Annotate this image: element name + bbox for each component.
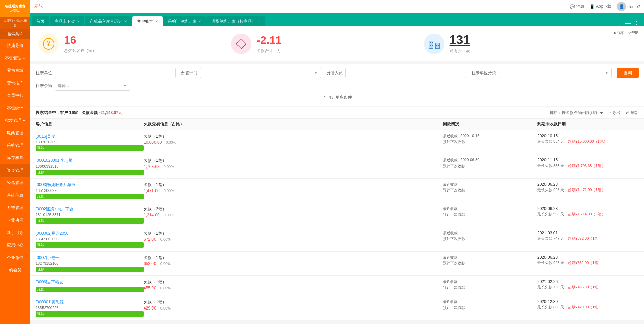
sidebar-item-retail-stats[interactable]: 零售统计 bbox=[0, 102, 30, 114]
overdue-amount-0[interactable]: 超期¥10,000.00（1笔） bbox=[568, 139, 607, 143]
overdue-cell-5: 2020.06.23 最长欠款 998 天 超期¥652.00（1笔） bbox=[537, 255, 639, 272]
overdue-amount-3[interactable]: 超期¥1,214.00（3笔） bbox=[568, 212, 605, 216]
export-icon: ↑ bbox=[609, 111, 611, 115]
customer-name-4[interactable]: [000002]用户2050 bbox=[36, 231, 144, 236]
overdue-amount-7[interactable]: 超期¥429.00（1笔） bbox=[568, 305, 602, 309]
sidebar-item-marketing[interactable]: 营销推广 bbox=[0, 77, 30, 89]
stat-number-debt-total: -2.11 bbox=[257, 34, 285, 47]
sidebar-item-app-center[interactable]: 应用中心 bbox=[0, 239, 30, 252]
overdue-days-1: 最长欠款 853 天 超期¥1,703.68（1笔） bbox=[537, 163, 639, 168]
tabs-expand-button[interactable]: ⛶ bbox=[635, 20, 643, 26]
sidebar-item-retail-mall[interactable]: 零售商城 bbox=[0, 64, 30, 77]
customer-tag-0: 现款 bbox=[36, 145, 144, 151]
export-button[interactable]: ↑ 导出 bbox=[609, 110, 620, 116]
overdue-amount-2[interactable]: 超期¥1,471.00（1笔） bbox=[568, 188, 605, 192]
customer-phone-4: 18665062050 bbox=[36, 237, 144, 241]
tab-purchase-stats-close[interactable]: ✕ bbox=[198, 20, 201, 23]
collapse-button[interactable]: ⌃ 收起更多条件 bbox=[36, 93, 639, 102]
retail-mgmt-label: 零售管理 bbox=[5, 55, 21, 61]
sidebar-item-quick-nav[interactable]: 快捷导航 bbox=[0, 39, 30, 52]
overdue-amount-1[interactable]: 超期¥1,703.68（1笔） bbox=[568, 164, 605, 168]
table-row: [0002]服务中心_丁磊 181 0125 8371 现款 欠款（3笔） 1,… bbox=[30, 203, 644, 227]
manager-input[interactable]: ··· bbox=[345, 68, 467, 78]
from-unit-input[interactable]: ··· bbox=[55, 68, 176, 78]
customer-name-0[interactable]: [0016]吴俊 bbox=[36, 134, 144, 139]
customer-cell-0: [0016]吴俊 13026203696 现款 bbox=[36, 134, 144, 151]
app-download-button[interactable]: 📱 App下载 bbox=[590, 4, 611, 9]
tab-inbound-stats-close[interactable]: ✕ bbox=[258, 20, 260, 23]
overdue-date-3: 2020.06.23 bbox=[537, 206, 639, 211]
sidebar-item-collab[interactable]: 企业协同 bbox=[0, 214, 30, 227]
debt-amount-0: 10,000.00 bbox=[144, 140, 162, 145]
tab-customer-ledger-close[interactable]: ✕ bbox=[155, 20, 158, 23]
sidebar-item-purchase[interactable]: 采购管理 bbox=[0, 139, 30, 152]
query-button[interactable]: 查询 bbox=[617, 68, 639, 78]
sidebar-item-member[interactable]: 会员中心 bbox=[0, 89, 30, 102]
debt-cell-3: 欠款（3笔） 1,214.00 0.00% bbox=[144, 206, 443, 224]
help-link[interactable]: ? 帮助 bbox=[628, 30, 639, 35]
customer-name-5[interactable]: [0007]小进干 bbox=[36, 255, 144, 261]
sidebar-item-newbie[interactable]: 新手引导 bbox=[0, 227, 30, 239]
customer-name-6[interactable]: [0006]去下粮仓 bbox=[36, 279, 144, 285]
debt-cell-7: 欠款（1笔） 429.00 0.00% bbox=[144, 299, 443, 317]
tab-customer-ledger[interactable]: 客户账本 ✕ bbox=[132, 16, 163, 26]
customer-name-1[interactable]: [0001020001]李老师 bbox=[36, 158, 144, 164]
sidebar-item-finance[interactable]: 资金管理 bbox=[0, 164, 30, 177]
customer-cell-4: [000002]用户2050 18665062050 现款 bbox=[36, 231, 144, 248]
sidebar-item-member2[interactable]: 畅会员 bbox=[0, 264, 30, 276]
customer-name-3[interactable]: [0002]服务中心_丁磊 bbox=[36, 206, 144, 212]
customer-name-2[interactable]: [0003]畅捷服务尹海燕 bbox=[36, 182, 144, 188]
tab-product-listing[interactable]: 商品上下架 ✕ bbox=[50, 16, 84, 26]
tab-product-listing-close[interactable]: ✕ bbox=[77, 20, 80, 23]
unit-category-select[interactable]: ▼ bbox=[499, 68, 612, 78]
sidebar-item-wholesale[interactable]: 批发管理 ▼ bbox=[0, 114, 30, 127]
next-collect-label-5: 预计下次收款 bbox=[443, 261, 465, 266]
video-link[interactable]: ▶ 视频 bbox=[614, 30, 624, 35]
refresh-button[interactable]: ↺ 刷新 bbox=[626, 110, 639, 116]
overdue-amount-4[interactable]: 超期¥672.00（1笔） bbox=[568, 236, 602, 240]
debt-ratio-6: 0.00% bbox=[160, 286, 171, 290]
stat-label-debt-total: 欠款合计（万） bbox=[257, 48, 285, 54]
table-row: [0001020001]李老师 18600391516 现款 欠款（1笔） 1,… bbox=[30, 154, 644, 179]
sort-button[interactable]: 排序：按欠款金额倒序排序 ▼ bbox=[550, 110, 604, 116]
balance-select[interactable]: 选择... ▼ bbox=[55, 81, 130, 91]
sidebar-item-search[interactable]: 搜索菜单 bbox=[0, 29, 30, 39]
filter-manager-label: 分管人员 bbox=[327, 70, 343, 76]
tab-home[interactable]: 首页 bbox=[32, 16, 49, 26]
sidebar-item-system[interactable]: 系统管理 bbox=[0, 202, 30, 214]
customer-phone-3: 181 0125 8371 bbox=[36, 213, 144, 217]
refresh-icon: ↺ bbox=[626, 111, 629, 115]
tab-product-inbound[interactable]: 产成品入库单历史 ✕ bbox=[85, 16, 132, 26]
sidebar-item-basic-info[interactable]: 基础信息 bbox=[0, 189, 30, 202]
filter-dept-label: 分管部门 bbox=[181, 70, 197, 76]
last-collect-label-1: 最近收款 bbox=[443, 158, 458, 163]
table-row: [0003]畅捷服务尹海燕 18513066976 现款 欠款（1笔） 1,47… bbox=[30, 179, 644, 203]
filter-from-unit: 往来单位 ··· bbox=[36, 68, 176, 78]
overdue-amount-6[interactable]: 超期¥455.90（1笔） bbox=[568, 285, 602, 289]
user-menu[interactable]: 👤 demo2 bbox=[617, 2, 640, 11]
debt-cell-4: 欠款（1笔） 672.00 0.00% bbox=[144, 231, 443, 248]
next-collect-label-0: 预计下次收款 bbox=[443, 139, 465, 144]
dept-select[interactable]: ▼ bbox=[200, 68, 321, 78]
tab-purchase-stats[interactable]: 采购订单统计表 ✕ bbox=[163, 16, 206, 26]
app-download-label: App下载 bbox=[596, 4, 611, 9]
sidebar-item-inventory[interactable]: 库存核算 bbox=[0, 152, 30, 164]
sidebar-item-retail-mgmt[interactable]: 零售管理 ▲ bbox=[0, 52, 30, 64]
overdue-cell-1: 2020.11.15 最长欠款 853 天 超期¥1,703.68（1笔） bbox=[537, 158, 639, 175]
customer-name-7[interactable]: [000001]黄思源 bbox=[36, 299, 144, 305]
customer-cell-3: [0002]服务中心_丁磊 181 0125 8371 现款 bbox=[36, 206, 144, 224]
debt-amount-2: 1,471.00 bbox=[144, 188, 160, 193]
overdue-days-3: 最长欠款 998 天 超期¥1,214.00（3笔） bbox=[537, 212, 639, 217]
results-summary: 搜索结果中，客户 16家 欠款金额 -21,148.07元 bbox=[36, 110, 122, 116]
tab-inbound-stats[interactable]: 进货单统计表（按商品） ✕ bbox=[206, 16, 265, 26]
sidebar-item-wechat[interactable]: 企业微信 bbox=[0, 252, 30, 264]
message-button[interactable]: 💬 消息 bbox=[570, 4, 584, 9]
customer-count: 16家 bbox=[69, 110, 78, 115]
table-row: [0006]去下粮仓 现款 欠款（1笔） 455.90 0.00% 最近收款 bbox=[30, 276, 644, 296]
filter-balance-label: 往来余额 bbox=[36, 83, 52, 89]
sidebar-item-operations[interactable]: 经营管理 bbox=[0, 177, 30, 189]
sidebar-item-ecommerce[interactable]: 电商管理 bbox=[0, 127, 30, 139]
overdue-amount-5[interactable]: 超期¥652.00（1笔） bbox=[568, 261, 602, 265]
tabs-minimize-button[interactable]: — bbox=[624, 20, 632, 26]
tab-product-inbound-close[interactable]: ✕ bbox=[124, 20, 127, 23]
